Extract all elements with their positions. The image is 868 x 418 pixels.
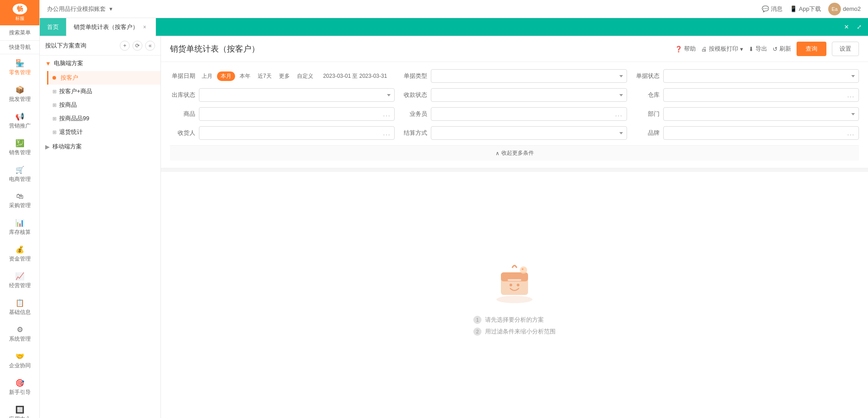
page-actions: ❓ 帮助 🖨 按模板打印 ▾ ⬇ 导出 ↺ 刷新: [675, 42, 859, 56]
finance-icon: 💰: [15, 245, 24, 254]
tab-minimize-btn[interactable]: ✕: [841, 22, 852, 33]
sidebar-item-marketing[interactable]: 📢 营销推广: [0, 108, 39, 134]
product-more-icon[interactable]: ...: [383, 111, 391, 118]
tab-maximize-btn[interactable]: ⤢: [854, 22, 864, 33]
tab-home-label: 首页: [47, 23, 59, 31]
out-status-label: 出库状态: [170, 91, 195, 99]
topbar-right: 💬 消息 📱 App下载 Ea demo2: [762, 3, 861, 15]
ecommerce-icon: 🛒: [15, 166, 24, 174]
logo[interactable]: 畅 标服: [0, 0, 39, 25]
export-btn[interactable]: ⬇ 导出: [749, 45, 767, 53]
settings-button[interactable]: 设置: [832, 42, 859, 56]
message-label: 消息: [771, 5, 783, 13]
dropdown-icon[interactable]: ▾: [109, 5, 113, 12]
department-input[interactable]: [663, 107, 859, 121]
shortcut-custom[interactable]: 自定义: [294, 71, 316, 81]
filter-row-date: 单据日期 上月 本月 本年 近7天 更多 自定义 2023-03-01 至 20…: [170, 69, 859, 83]
warehouse-input[interactable]: ...: [663, 88, 859, 102]
sidebar-item-enterprise[interactable]: 🤝 企业协同: [0, 347, 39, 374]
product-input[interactable]: ...: [199, 107, 395, 121]
sidebar-item-sales[interactable]: 💹 销售管理: [0, 134, 39, 161]
svg-point-6: [509, 284, 512, 286]
sidebar-item-newbie[interactable]: 🎯 新手引导: [0, 374, 39, 401]
tree-item-return-stats[interactable]: ⊞ 退货统计: [47, 125, 160, 139]
sidebar-item-basics[interactable]: 📋 基础信息: [0, 294, 39, 321]
sidebar-item-app-center-label: 应用中心: [9, 415, 31, 418]
tab-active[interactable]: 销货单统计表（按客户） ×: [66, 18, 156, 36]
sidebar-item-newbie-label: 新手引导: [9, 389, 31, 396]
out-status-input[interactable]: [199, 88, 395, 102]
shortcut-last-month[interactable]: 上月: [199, 71, 215, 81]
app-center-icon: 🔲: [15, 405, 24, 414]
user-menu[interactable]: Ea demo2: [828, 3, 861, 15]
sidebar-item-ecommerce[interactable]: 🛒 电商管理: [0, 161, 39, 188]
search-button[interactable]: 查询: [797, 42, 826, 56]
brand-input[interactable]: ...: [663, 126, 859, 140]
tab-home[interactable]: 首页: [40, 18, 66, 36]
tree-children: 按客户 ⊞ 按客户+商品 ⊞ 按商品 ⊞ 按商品品99: [40, 71, 160, 139]
desktop-group-header[interactable]: ▼ 电脑端方案: [40, 56, 160, 71]
empty-state: 1 请先选择要分析的方案 2 用过滤条件来缩小分析范围: [161, 172, 868, 418]
filter-field-salesperson: 业务员 ...: [402, 107, 627, 121]
sidebar-item-wholesale[interactable]: 📦 批发管理: [0, 81, 39, 108]
sidebar-item-system[interactable]: ⚙ 系统管理: [0, 321, 39, 347]
salesperson-more-icon[interactable]: ...: [615, 111, 623, 118]
content-area: 按以下方案查询 + ⟳ « ▼ 电脑端方案 按客户: [40, 36, 868, 418]
sidebar-item-operations[interactable]: 📈 经营管理: [0, 267, 39, 294]
filter-field-brand: 品牌 ...: [634, 126, 859, 140]
shortcut-last-7days[interactable]: 近7天: [255, 71, 274, 81]
collapse-panel-btn[interactable]: «: [145, 41, 155, 51]
help-btn[interactable]: ❓ 帮助: [675, 45, 696, 53]
tab-close-btn[interactable]: ×: [141, 24, 148, 31]
sidebar-item-operations-label: 经营管理: [9, 282, 31, 290]
receipt-status-input[interactable]: [431, 88, 627, 102]
filter-row-3: 商品 ... 业务员 ... 部门: [170, 107, 859, 121]
filter-field-doc-type: 单据类型: [402, 69, 627, 83]
sidebar-item-inventory[interactable]: 📊 库存核算: [0, 214, 39, 241]
mobile-group-header[interactable]: ▶ 移动端方案: [40, 139, 160, 154]
sidebar-search[interactable]: 搜索菜单: [0, 25, 39, 41]
purchase-icon: 🛍: [16, 192, 24, 200]
sidebar-item-finance[interactable]: 💰 资金管理: [0, 241, 39, 267]
app-download-btn[interactable]: 📱 App下载: [790, 5, 821, 13]
print-btn[interactable]: 🖨 按模板打印 ▾: [701, 45, 743, 53]
sidebar-item-purchase[interactable]: 🛍 采购管理: [0, 188, 39, 214]
tree-item-by-product99[interactable]: ⊞ 按商品品99: [47, 112, 160, 125]
basics-icon: 📋: [15, 299, 24, 307]
app-download-icon: 📱: [790, 5, 797, 12]
shortcut-this-month[interactable]: 本月: [217, 71, 235, 81]
shortcut-more[interactable]: 更多: [276, 71, 292, 81]
add-scheme-btn[interactable]: +: [120, 41, 130, 51]
print-label: 按模板打印: [709, 45, 738, 53]
doc-type-input[interactable]: [431, 69, 627, 83]
collapse-more-btn[interactable]: ∧ 收起更多条件: [170, 145, 859, 161]
newbie-icon: 🎯: [15, 379, 24, 387]
receiver-more-icon[interactable]: ...: [383, 130, 391, 137]
tree-item-by-product[interactable]: ⊞ 按商品: [47, 98, 160, 112]
refresh-scheme-btn[interactable]: ⟳: [132, 41, 142, 51]
shortcut-this-year[interactable]: 本年: [237, 71, 253, 81]
warehouse-more-icon[interactable]: ...: [847, 92, 855, 99]
operations-icon: 📈: [15, 272, 24, 280]
refresh-btn[interactable]: ↺ 刷新: [773, 45, 791, 53]
tab-active-label: 销货单统计表（按客户）: [74, 23, 138, 31]
settlement-input[interactable]: [431, 126, 627, 140]
app-download-label: App下载: [799, 5, 821, 13]
tree-item-by-customer-product[interactable]: ⊞ 按客户+商品: [47, 85, 160, 98]
doc-type-dropdown-icon: [619, 75, 623, 77]
tree-item-by-customer[interactable]: 按客户: [47, 71, 160, 85]
brand-more-icon[interactable]: ...: [847, 130, 855, 137]
logo-icon: 畅: [13, 4, 27, 14]
department-label: 部门: [634, 110, 660, 118]
tab-actions: ✕ ⤢: [841, 22, 868, 33]
receiver-input[interactable]: ...: [199, 126, 395, 140]
filter-field-product: 商品 ...: [170, 107, 395, 121]
sidebar-quick-nav[interactable]: 快捷导航: [0, 41, 39, 54]
salesperson-input[interactable]: ...: [431, 107, 627, 121]
message-btn[interactable]: 💬 消息: [762, 5, 783, 13]
sidebar: 畅 标服 搜索菜单 快捷导航 🏪 零售管理 📦 批发管理 📢 营销推广 💹 销售…: [0, 0, 40, 418]
sidebar-item-app-center[interactable]: 🔲 应用中心: [0, 401, 39, 418]
sidebar-item-retail[interactable]: 🏪 零售管理: [0, 54, 39, 81]
doc-status-input[interactable]: [663, 69, 859, 83]
salesperson-label: 业务员: [402, 110, 427, 118]
